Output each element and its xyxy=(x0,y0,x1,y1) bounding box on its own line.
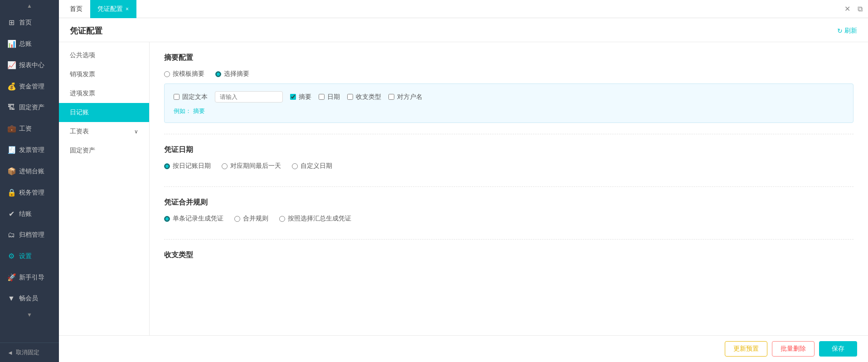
bottom-bar: 更新预置 批量删除 保存 xyxy=(59,335,868,362)
radio-select-merge-input[interactable] xyxy=(279,216,285,222)
summary-radio-row: 按模板摘要 选择摘要 xyxy=(164,70,853,78)
batch-delete-button[interactable]: 批量删除 xyxy=(772,341,815,357)
sidebar-item-home[interactable]: ⊞ 首页 xyxy=(0,12,59,33)
page-title: 凭证配置 xyxy=(70,25,102,36)
sidebar-item-report-center[interactable]: 📈 报表中心 xyxy=(0,54,59,76)
income-expense-title: 收支类型 xyxy=(164,250,853,260)
left-nav-payroll-table[interactable]: 工资表 ∨ xyxy=(59,122,149,141)
vip-icon: ▼ xyxy=(7,294,15,303)
summary-config-section: 摘要配置 按模板摘要 选择摘要 xyxy=(164,53,853,134)
unpin-button[interactable]: ◄ 取消固定 xyxy=(0,342,59,362)
left-nav-journal[interactable]: 日记账 xyxy=(59,103,149,122)
radio-select-merge[interactable]: 按照选择汇总生成凭证 xyxy=(279,215,351,223)
checkbox-summary[interactable]: 摘要 xyxy=(290,93,311,101)
payroll-icon: 💼 xyxy=(7,124,15,133)
tab-bar-actions: ✕ ⧉ xyxy=(843,5,864,13)
sidebar: ▲ ⊞ 首页 📊 总账 📈 报表中心 💰 资金管理 🏗 固定资产 💼 工资 🧾 … xyxy=(0,0,59,362)
sidebar-item-invoice-management[interactable]: 🧾 发票管理 xyxy=(0,139,59,161)
sidebar-item-purchase-sales[interactable]: 📦 进销台账 xyxy=(0,161,59,182)
settings-icon: ⚙ xyxy=(7,252,15,260)
sidebar-item-vip[interactable]: ▼ 畅会员 xyxy=(0,288,59,309)
radio-custom-date-input[interactable] xyxy=(292,163,298,169)
fixed-text-input[interactable] xyxy=(215,91,283,103)
page-container: 凭证配置 ↻ 刷新 公共选项 销项发票 进项发票 日记账 xyxy=(59,18,868,362)
merge-rules-radio-row: 单条记录生成凭证 合并规则 按照选择汇总生成凭证 xyxy=(164,215,853,223)
save-button[interactable]: 保存 xyxy=(819,341,857,357)
right-content: 摘要配置 按模板摘要 选择摘要 xyxy=(150,42,868,335)
tab-bar: 首页 凭证配置 × ✕ ⧉ xyxy=(59,0,868,18)
sidebar-item-general-ledger[interactable]: 📊 总账 xyxy=(0,33,59,54)
tab-voucher-config[interactable]: 凭证配置 × xyxy=(90,0,136,18)
checkbox-income-type-input[interactable] xyxy=(347,94,353,100)
radio-last-day[interactable]: 对应期间最后一天 xyxy=(222,162,281,170)
archive-icon: 🗂 xyxy=(7,231,15,239)
left-nav-purchase-invoice[interactable]: 进项发票 xyxy=(59,84,149,103)
purchase-icon: 📦 xyxy=(7,167,15,176)
guide-icon: 🚀 xyxy=(7,273,15,282)
refresh-icon: ↻ xyxy=(837,27,843,34)
radio-last-day-input[interactable] xyxy=(222,163,228,169)
content-area: 公共选项 销项发票 进项发票 日记账 工资表 ∨ 固定资产 xyxy=(59,42,868,335)
checkbox-fixed-text[interactable]: 固定文本 xyxy=(174,93,208,101)
window-resize-button[interactable]: ⧉ xyxy=(856,5,864,13)
sidebar-scroll-up[interactable]: ▲ xyxy=(0,0,59,12)
tax-icon: 🔒 xyxy=(7,188,15,197)
left-nav-fixed-assets[interactable]: 固定资产 xyxy=(59,141,149,160)
radio-template-summary[interactable]: 按模板摘要 xyxy=(164,70,204,78)
radio-single-record[interactable]: 单条记录生成凭证 xyxy=(164,215,223,223)
sidebar-item-fund-management[interactable]: 💰 资金管理 xyxy=(0,76,59,97)
radio-single-record-input[interactable] xyxy=(164,216,170,222)
radio-merge-rules-input[interactable] xyxy=(234,216,240,222)
left-nav-sales-invoice[interactable]: 销项发票 xyxy=(59,65,149,84)
main-area: 首页 凭证配置 × ✕ ⧉ 凭证配置 ↻ 刷新 公共选项 xyxy=(59,0,868,362)
left-nav: 公共选项 销项发票 进项发票 日记账 工资表 ∨ 固定资产 xyxy=(59,42,150,335)
summary-preview: 例如： 摘要 xyxy=(174,107,844,115)
checkbox-date[interactable]: 日期 xyxy=(319,93,340,101)
voucher-date-title: 凭证日期 xyxy=(164,145,853,155)
radio-template-summary-input[interactable] xyxy=(164,71,170,77)
left-nav-public-options[interactable]: 公共选项 xyxy=(59,46,149,65)
summary-config-box: 固定文本 摘要 日期 xyxy=(164,83,853,123)
checkbox-date-input[interactable] xyxy=(319,94,325,100)
sidebar-item-fixed-assets[interactable]: 🏗 固定资产 xyxy=(0,97,59,118)
sidebar-item-tax-management[interactable]: 🔒 税务管理 xyxy=(0,182,59,203)
income-expense-section: 收支类型 xyxy=(164,250,853,278)
radio-journal-date[interactable]: 按日记账日期 xyxy=(164,162,211,170)
chevron-down-icon: ∨ xyxy=(134,128,138,135)
radio-journal-date-input[interactable] xyxy=(164,163,170,169)
assets-icon: 🏗 xyxy=(7,103,15,112)
radio-merge-rules[interactable]: 合并规则 xyxy=(234,215,268,223)
sidebar-item-archive[interactable]: 🗂 归档管理 xyxy=(0,225,59,245)
radio-select-summary-input[interactable] xyxy=(215,71,221,77)
radio-select-summary[interactable]: 选择摘要 xyxy=(215,70,249,78)
home-icon: ⊞ xyxy=(7,18,15,27)
summary-options-row: 固定文本 摘要 日期 xyxy=(174,91,844,103)
voucher-date-radio-row: 按日记账日期 对应期间最后一天 自定义日期 xyxy=(164,162,853,170)
sidebar-scroll-down[interactable]: ▼ xyxy=(0,309,59,321)
sidebar-item-checkout[interactable]: ✔ 结账 xyxy=(0,203,59,225)
sidebar-item-guide[interactable]: 🚀 新手引导 xyxy=(0,267,59,288)
page-header: 凭证配置 ↻ 刷新 xyxy=(59,18,868,42)
ledger-icon: 📊 xyxy=(7,39,15,48)
radio-custom-date[interactable]: 自定义日期 xyxy=(292,162,332,170)
tab-home[interactable]: 首页 xyxy=(63,0,90,18)
checkbox-summary-input[interactable] xyxy=(290,94,296,100)
checkbox-counterpart[interactable]: 对方户名 xyxy=(388,93,422,101)
merge-rules-title: 凭证合并规则 xyxy=(164,198,853,207)
fund-icon: 💰 xyxy=(7,82,15,91)
tab-close-icon[interactable]: × xyxy=(126,6,129,12)
invoice-icon: 🧾 xyxy=(7,146,15,154)
sidebar-item-settings[interactable]: ⚙ 设置 xyxy=(0,245,59,267)
update-preview-button[interactable]: 更新预置 xyxy=(725,341,767,357)
checkout-icon: ✔ xyxy=(7,210,15,218)
sidebar-item-payroll[interactable]: 💼 工资 xyxy=(0,118,59,139)
checkbox-income-type[interactable]: 收支类型 xyxy=(347,93,381,101)
pin-icon: ◄ xyxy=(7,349,13,356)
merge-rules-section: 凭证合并规则 单条记录生成凭证 合并规则 按照选择汇总生成凭证 xyxy=(164,198,853,240)
checkbox-fixed-text-input[interactable] xyxy=(174,94,179,100)
checkbox-counterpart-input[interactable] xyxy=(388,94,394,100)
window-close-button[interactable]: ✕ xyxy=(843,5,852,13)
voucher-date-section: 凭证日期 按日记账日期 对应期间最后一天 自定义日期 xyxy=(164,145,853,187)
refresh-button[interactable]: ↻ 刷新 xyxy=(837,27,857,35)
report-icon: 📈 xyxy=(7,61,15,69)
